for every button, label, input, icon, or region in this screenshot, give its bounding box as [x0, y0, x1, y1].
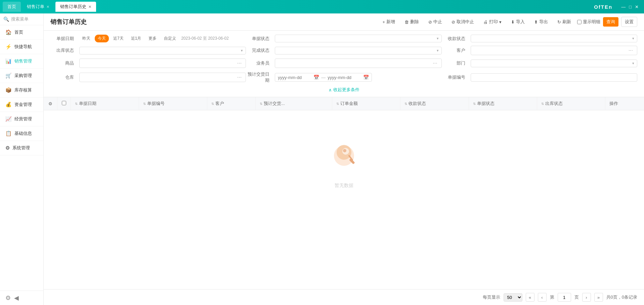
- tab-sales-order-history[interactable]: 销售订单历史 ✕: [55, 2, 96, 12]
- salesperson-dots-btn[interactable]: ···: [431, 60, 438, 66]
- query-button[interactable]: 查询: [603, 17, 618, 27]
- customer-dots-btn[interactable]: ···: [627, 47, 634, 53]
- th-orderno-sortable[interactable]: ⇅ 单据编号: [143, 101, 203, 107]
- sidebar-item-finance[interactable]: 💰 资金管理: [0, 98, 43, 112]
- toolbar: + 新增 🗑 删除 ⊘ 中止 ⊘ 取消中止 🖨 打印: [379, 17, 637, 27]
- next-page-btn[interactable]: ›: [582, 293, 591, 302]
- export-label: 导出: [539, 19, 548, 25]
- th-customer[interactable]: ⇅ 客户: [207, 97, 256, 110]
- collapse-sidebar-icon[interactable]: ◀: [14, 294, 19, 302]
- tab-home[interactable]: 首页: [3, 2, 21, 12]
- tab-sales-order-history-close[interactable]: ✕: [88, 5, 91, 9]
- department-select[interactable]: ▾: [471, 60, 637, 67]
- warehouse-field[interactable]: [82, 75, 236, 80]
- salesperson-field[interactable]: [278, 61, 431, 66]
- settings-gear-icon[interactable]: ⚙: [48, 101, 52, 106]
- collapse-filter-btn[interactable]: ∧ 收起更多条件: [50, 87, 637, 93]
- more-btn[interactable]: 更多: [145, 35, 160, 42]
- calendar-to-icon[interactable]: 📅: [363, 75, 369, 80]
- sidebar-item-quick-nav[interactable]: ⚡ 快捷导航: [0, 40, 43, 54]
- refresh-button[interactable]: ↻ 刷新: [554, 17, 574, 27]
- th-customer-sortable[interactable]: ⇅ 客户: [211, 101, 251, 107]
- yesterday-btn[interactable]: 昨天: [79, 35, 93, 42]
- th-warehouse-status[interactable]: ⇅ 出库状态: [537, 97, 605, 110]
- tab-sales-order[interactable]: 销售订单 ✕: [22, 2, 54, 12]
- order-no-input[interactable]: [471, 73, 637, 82]
- display-toggle-label: 显示明细: [583, 19, 600, 25]
- print-button[interactable]: 🖨 打印 ▾: [480, 17, 505, 27]
- th-warehousestatus-sortable[interactable]: ⇅ 出库状态: [541, 101, 601, 107]
- sort-icon-payment: ⇅: [404, 102, 407, 106]
- add-button[interactable]: + 新增: [379, 17, 398, 27]
- cancel-stop-button[interactable]: ⊘ 取消中止: [448, 17, 477, 27]
- product-dots-btn[interactable]: ···: [236, 60, 243, 66]
- maximize-btn[interactable]: □: [629, 4, 632, 9]
- sidebar-item-inventory[interactable]: 📦 库存核算: [0, 83, 43, 98]
- warehouse-out-select[interactable]: ▾: [79, 47, 246, 54]
- th-order-no[interactable]: ⇅ 单据编号: [139, 97, 207, 110]
- th-expected-date[interactable]: ⇅ 预计交货...: [255, 97, 332, 110]
- payment-select[interactable]: ▾: [471, 35, 637, 42]
- display-toggle[interactable]: 显示明细: [577, 19, 600, 25]
- sidebar-item-system[interactable]: ⚙ 系统管理: [0, 141, 43, 155]
- sidebar-item-purchase[interactable]: 🛒 采购管理: [0, 69, 43, 83]
- stop-button[interactable]: ⊘ 中止: [425, 17, 445, 27]
- settings-button[interactable]: 设置: [621, 17, 637, 27]
- order-no-field[interactable]: [474, 75, 634, 80]
- expected-date-from[interactable]: 📅 — 📅: [275, 73, 372, 82]
- minimize-btn[interactable]: —: [621, 4, 626, 9]
- select-all-checkbox[interactable]: [62, 101, 66, 105]
- display-toggle-checkbox[interactable]: [577, 20, 582, 24]
- warehouse-dots-btn[interactable]: ···: [236, 74, 243, 80]
- status-select[interactable]: ▾: [275, 35, 441, 42]
- th-amount-sortable[interactable]: ⇅ 订单金额: [336, 101, 396, 107]
- current-page-input[interactable]: [558, 293, 571, 302]
- custom-btn[interactable]: 自定义: [161, 35, 179, 42]
- content-area: 销售订单历史 + 新增 🗑 删除 ⊘ 中止 ⊘ 取消中止: [44, 13, 644, 305]
- th-date[interactable]: ⇅ 单据日期: [71, 97, 139, 110]
- sidebar-item-base-info[interactable]: 📋 基础信息: [0, 126, 43, 141]
- department-dropdown-icon: ▾: [632, 61, 634, 66]
- th-order-status[interactable]: ⇅ 单据状态: [469, 97, 537, 110]
- sidebar-item-home[interactable]: 🏠 首页: [0, 25, 43, 40]
- date-to-input[interactable]: [328, 75, 361, 80]
- th-amount[interactable]: ⇅ 订单金额: [332, 97, 400, 110]
- product-input[interactable]: ···: [79, 59, 246, 68]
- add-label: 新增: [386, 19, 395, 25]
- 7days-btn[interactable]: 近7天: [110, 35, 127, 42]
- date-from-input[interactable]: [278, 75, 311, 80]
- 1month-btn[interactable]: 近1月: [128, 35, 144, 42]
- settings-bottom-icon[interactable]: ⚙: [5, 294, 11, 302]
- import-button[interactable]: ⬇ 导入: [508, 17, 528, 27]
- tab-sales-order-close[interactable]: ✕: [46, 5, 49, 9]
- warehouse-input[interactable]: ···: [79, 73, 246, 82]
- th-orderno-label: 单据编号: [147, 101, 165, 107]
- per-page-select[interactable]: 50 10 20 100: [504, 293, 522, 302]
- total-text: 共0页，0条记录: [606, 294, 637, 300]
- product-field[interactable]: [82, 61, 236, 66]
- sidebar-item-operations[interactable]: 📈 经营管理: [0, 112, 43, 126]
- export-button[interactable]: ⬆ 导出: [531, 17, 551, 27]
- th-settings[interactable]: ⚙: [44, 97, 57, 110]
- calendar-from-icon[interactable]: 📅: [313, 75, 319, 80]
- first-page-btn[interactable]: «: [526, 293, 534, 302]
- th-paymentstatus-sortable[interactable]: ⇅ 收款状态: [404, 101, 464, 107]
- today-btn[interactable]: 今天: [95, 35, 109, 42]
- th-expecteddate-sortable[interactable]: ⇅ 预计交货...: [260, 101, 328, 107]
- last-page-btn[interactable]: »: [594, 293, 603, 302]
- search-bar[interactable]: 🔍 搜索菜单: [0, 13, 43, 25]
- salesperson-input[interactable]: ···: [275, 59, 441, 68]
- system-icon: ⚙: [5, 145, 10, 151]
- sidebar-item-sales[interactable]: 📊 销售管理: [0, 54, 43, 69]
- customer-field[interactable]: [474, 48, 627, 53]
- th-payment-status[interactable]: ⇅ 收款状态: [400, 97, 469, 110]
- close-btn[interactable]: ✕: [635, 4, 639, 9]
- delete-button[interactable]: 🗑 删除: [401, 17, 422, 27]
- customer-input[interactable]: ···: [471, 46, 637, 55]
- th-date-sortable[interactable]: ⇅ 单据日期: [75, 101, 135, 107]
- complete-select[interactable]: ▾: [275, 47, 441, 54]
- th-checkbox[interactable]: [57, 97, 71, 110]
- prev-page-btn[interactable]: ‹: [538, 293, 547, 302]
- import-icon: ⬇: [511, 20, 515, 25]
- th-orderstatus-sortable[interactable]: ⇅ 单据状态: [473, 101, 533, 107]
